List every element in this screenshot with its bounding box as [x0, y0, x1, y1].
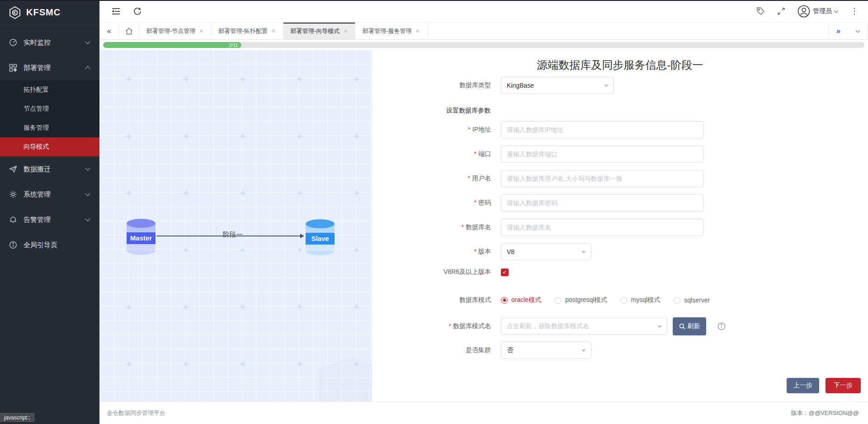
port-input[interactable] — [501, 146, 704, 163]
close-tab-icon[interactable]: ✕ — [271, 28, 276, 34]
sidebar-item-global-guide[interactable]: 全局引导页 — [0, 232, 99, 258]
radio-mysql-mode[interactable]: mysql模式 — [621, 296, 660, 304]
sidebar-item-deploy-management[interactable]: 部署管理 — [0, 55, 99, 80]
arrowhead-icon — [300, 234, 304, 238]
sidebar-item-node-management[interactable]: 节点管理 — [0, 99, 99, 118]
db-mode-row: 数据库模式 oracle模式 postgresql模式 mysql模式 sqls… — [372, 294, 710, 306]
radio-postgresql-mode[interactable]: postgresql模式 — [555, 296, 607, 304]
node-label: Master — [127, 232, 156, 244]
grid-cross-icon: + — [126, 301, 132, 313]
deploy-icon — [9, 64, 17, 72]
scroll-tabs-left-icon[interactable]: « — [99, 23, 119, 39]
radio-icon — [501, 297, 508, 304]
grid-cross-icon: + — [183, 358, 189, 370]
collapse-sidebar-icon[interactable] — [111, 7, 120, 16]
tab-topology-config[interactable]: 部署管理-拓扑配置 ✕ — [211, 23, 283, 39]
scroll-tabs-right-icon[interactable]: » — [828, 23, 848, 39]
ip-input[interactable] — [501, 121, 704, 138]
field-label: *数据库模式名 — [372, 322, 501, 330]
sidebar-item-label: 系统管理 — [24, 190, 80, 199]
more-options-icon[interactable]: ⋮ — [849, 7, 859, 15]
sidebar-item-label: 实时监控 — [24, 38, 80, 47]
grid-cross-icon: + — [297, 358, 303, 370]
grid-cross-icon: + — [126, 187, 132, 199]
tabs-dropdown-icon[interactable] — [848, 23, 868, 39]
sidebar-item-realtime-monitor[interactable]: 实时监控 — [0, 30, 99, 55]
tab-node-management[interactable]: 部署管理-节点管理 ✕ — [139, 23, 211, 39]
cluster-row: 是否集群 否 — [372, 342, 591, 359]
cylinder-top — [127, 219, 156, 228]
grid-cross-icon: + — [240, 301, 246, 313]
sidebar-item-label: 告警管理 — [24, 216, 80, 224]
page-title: 源端数据库及同步服务信息-阶段一 — [372, 58, 868, 72]
close-tab-icon[interactable]: ✕ — [415, 28, 420, 34]
home-tab-icon[interactable] — [119, 23, 139, 39]
paper-plane-icon — [9, 165, 17, 173]
sidebar-item-service-management[interactable]: 服务管理 — [0, 118, 99, 137]
refresh-button[interactable]: 刷新 — [673, 317, 706, 335]
submenu-item-label: 拓扑配置 — [24, 86, 49, 94]
version-row: *版本 V8 — [372, 243, 591, 260]
v8r6-checkbox[interactable]: ✓ — [501, 269, 509, 276]
close-tab-icon[interactable]: ✕ — [343, 28, 348, 34]
radio-icon — [555, 297, 561, 304]
db-type-row: 数据库类型 KingBase — [372, 77, 614, 94]
sidebar-item-system-management[interactable]: 系统管理 — [0, 182, 99, 207]
field-label: *数据库名 — [372, 223, 501, 231]
tab-label: 部署管理-节点管理 — [146, 27, 195, 35]
sidebar-item-alert-management[interactable]: 告警管理 — [0, 207, 99, 232]
grid-cross-icon: + — [297, 244, 303, 256]
info-tooltip-icon[interactable] — [717, 322, 726, 330]
sidebar-item-topology-config[interactable]: 拓扑配置 — [0, 80, 99, 99]
app-title: KFSMC — [26, 7, 61, 18]
username-input[interactable] — [501, 170, 704, 187]
caret-down-icon — [581, 349, 586, 352]
grid-cross-icon: + — [240, 130, 246, 142]
password-input[interactable] — [501, 194, 704, 212]
db-name-input[interactable] — [501, 219, 704, 236]
db-type-select[interactable]: KingBase — [501, 77, 614, 94]
tab-label: 部署管理-服务管理 — [363, 27, 411, 35]
grid-cross-icon: + — [183, 130, 189, 142]
section-heading: 设置数据库参数 — [446, 107, 491, 115]
user-name: 管理员 — [813, 7, 832, 15]
tag-icon[interactable] — [756, 7, 765, 16]
browser-status-tooltip: javascript:; — [0, 413, 34, 422]
tab-service-management[interactable]: 部署管理-服务管理 ✕ — [355, 23, 427, 39]
fullscreen-icon[interactable] — [777, 7, 786, 16]
sidebar-item-data-migration[interactable]: 数据搬迁 — [0, 156, 99, 182]
username-row: *用户名 — [372, 170, 704, 187]
footer: 金仓数据同步管理平台 版本：@@VERSION@@ — [99, 401, 868, 424]
radio-oracle-mode[interactable]: oracle模式 — [501, 296, 541, 304]
grid-cross-icon: + — [240, 73, 246, 85]
next-step-button[interactable]: 下一步 — [826, 378, 861, 393]
prev-step-button[interactable]: 上一步 — [787, 378, 819, 393]
cluster-select[interactable]: 否 — [501, 342, 591, 359]
grid-cross-icon: + — [183, 301, 189, 313]
refresh-button-label: 刷新 — [688, 322, 700, 330]
wizard-form-panel: 源端数据库及同步服务信息-阶段一 数据库类型 KingBase 设置数据库参数 … — [372, 50, 868, 401]
search-icon — [679, 323, 685, 330]
radio-sqlserver-mode[interactable]: sqlserver — [674, 297, 710, 304]
footer-platform-name: 金仓数据同步管理平台 — [99, 409, 165, 417]
grid-cross-icon: + — [354, 130, 360, 142]
master-db-node[interactable]: Master — [127, 219, 156, 255]
close-tab-icon[interactable]: ✕ — [199, 28, 203, 34]
topology-canvas[interactable]: ++++++++++++++++++++++++++++++ 阶段一 Maste… — [99, 50, 372, 401]
progress-label: 2/11 — [229, 42, 238, 48]
refresh-page-icon[interactable] — [133, 7, 142, 16]
monitor-icon — [9, 38, 17, 47]
slave-db-node[interactable]: Slave — [306, 219, 335, 255]
topbar: 管理员 ⋮ — [99, 0, 868, 23]
shield-watermark-icon — [316, 355, 372, 401]
grid-cross-icon: + — [354, 187, 360, 199]
user-menu[interactable]: 管理员 — [797, 5, 838, 18]
db-schema-select[interactable]: 点击刷新，获取数据库模式名 — [501, 318, 667, 335]
grid-cross-icon: + — [240, 244, 246, 256]
node-label: Slave — [306, 233, 335, 245]
version-select[interactable]: V8 — [501, 243, 591, 260]
sidebar-item-wizard-mode[interactable]: 向导模式 — [0, 137, 99, 156]
field-label: *端口 — [372, 150, 501, 158]
tab-wizard-mode[interactable]: 部署管理-向导模式 ✕ — [283, 23, 355, 39]
password-row: *密码 — [372, 194, 704, 212]
